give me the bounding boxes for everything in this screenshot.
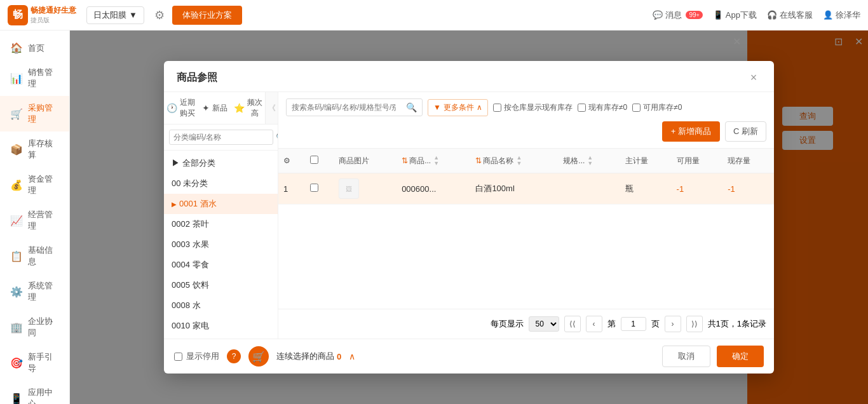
inventory-icon: 📦 bbox=[10, 144, 23, 156]
category-all[interactable]: ▶ 全部分类 bbox=[164, 153, 278, 173]
guide-icon: 🎯 bbox=[10, 357, 23, 369]
page-last-button[interactable]: ⟩⟩ bbox=[686, 316, 703, 332]
sidebar-item-sales[interactable]: 📊 销售管理 bbox=[0, 60, 69, 96]
category-item-water[interactable]: 0008 水 bbox=[164, 295, 278, 316]
toolbar-right: + 新增商品 C 刷新 bbox=[662, 121, 766, 142]
tab-high-frequency[interactable]: ⭐ 频次高 bbox=[231, 92, 265, 124]
finance-icon: 💰 bbox=[10, 179, 23, 191]
category-item-appliance[interactable]: 0010 家电 bbox=[164, 316, 278, 336]
select-all-checkbox[interactable] bbox=[310, 156, 318, 164]
category-search-input[interactable] bbox=[169, 130, 273, 145]
image-placeholder-icon: 🖼 bbox=[346, 185, 352, 192]
message-badge: 99+ bbox=[686, 11, 702, 19]
tab-recent-purchase[interactable]: 🕐 近期购买 bbox=[164, 92, 198, 124]
spec-sort-arrows[interactable]: ▲▼ bbox=[587, 155, 593, 166]
footer-left: 显示停用 bbox=[174, 351, 219, 362]
name-sort-arrows[interactable]: ▲▼ bbox=[516, 155, 522, 166]
product-search-input[interactable] bbox=[287, 100, 401, 115]
sidebar: 🏠 首页 📊 销售管理 🛒 采购管理 📦 库存核算 💰 资金管理 📈 经营管理 … bbox=[0, 30, 70, 404]
category-item-fruit[interactable]: 0003 水果 bbox=[164, 234, 278, 255]
more-filter-button[interactable]: ▼ 更多条件 ∧ bbox=[428, 99, 488, 116]
recent-icon: 🕐 bbox=[166, 103, 177, 113]
row-num: 1 bbox=[278, 173, 305, 205]
nav-user-avatar[interactable]: 👤 徐泽华 bbox=[823, 10, 860, 21]
sidebar-item-enterprise[interactable]: 🏢 企业协同 bbox=[0, 309, 69, 345]
sidebar-item-basic-info[interactable]: 📋 基础信息 bbox=[0, 238, 69, 274]
row-available: -1 bbox=[672, 173, 723, 205]
page-prev-button[interactable]: ‹ bbox=[586, 316, 602, 332]
home-icon: 🏠 bbox=[10, 42, 23, 54]
page-first-button[interactable]: ⟨⟨ bbox=[564, 316, 581, 332]
row-spec bbox=[558, 173, 620, 205]
checkbox-usable-stock[interactable]: 可用库存≠0 bbox=[632, 102, 682, 113]
help-icon-button[interactable]: ? bbox=[227, 349, 241, 363]
nav-online-service[interactable]: 🎧 在线客服 bbox=[767, 10, 813, 21]
code-sort-arrows[interactable]: ▲▼ bbox=[433, 155, 439, 166]
sidebar-item-guide[interactable]: 🎯 新手引导 bbox=[0, 345, 69, 380]
table-row[interactable]: 1 🖼 bbox=[278, 173, 774, 205]
product-image: 🖼 bbox=[339, 178, 359, 199]
product-table: ⚙ 商品图片 bbox=[278, 149, 774, 309]
logo-text: 畅捷通好生意 捷员版 bbox=[31, 5, 76, 25]
product-search-button[interactable]: 🔍 bbox=[401, 99, 422, 116]
modal-close-button[interactable]: × bbox=[746, 70, 761, 85]
gear-icon[interactable]: ⚙ bbox=[154, 8, 165, 22]
page-size-select[interactable]: 50 bbox=[529, 316, 559, 332]
sidebar-item-inventory[interactable]: 📦 库存核算 bbox=[0, 131, 69, 167]
category-item-beverage[interactable]: 0005 饮料 bbox=[164, 275, 278, 295]
cancel-button[interactable]: 取消 bbox=[662, 346, 710, 367]
nav-right: 💬 消息 99+ 📱 App下载 🎧 在线客服 👤 徐泽华 bbox=[653, 10, 860, 21]
page-label: 第 bbox=[607, 318, 616, 330]
product-reference-modal: 商品参照 × 🕐 近期购买 ✦ bbox=[164, 61, 774, 374]
page-next-button[interactable]: › bbox=[665, 316, 681, 332]
category-item-tea[interactable]: 0002 茶叶 bbox=[164, 214, 278, 234]
cart-icon-button[interactable]: 🛒 bbox=[248, 346, 269, 367]
logo-area: 畅 畅捷通好生意 捷员版 bbox=[8, 5, 76, 25]
category-list: ▶ 全部分类 00 未分类 ▶ 0001 酒水 0002 茶叶 bbox=[164, 151, 278, 339]
sidebar-item-app-center[interactable]: 📱 应用中心 bbox=[0, 380, 69, 404]
name-sort-icon: ⇅ bbox=[475, 156, 482, 165]
operations-icon: 📈 bbox=[10, 215, 23, 227]
checkbox-warehouse-stock[interactable]: 按仓库显示现有库存 bbox=[493, 102, 573, 113]
refresh-button[interactable]: C 刷新 bbox=[725, 121, 766, 142]
user-icon: 👤 bbox=[823, 10, 833, 20]
add-product-button[interactable]: + 新增商品 bbox=[662, 121, 720, 142]
sidebar-item-operations[interactable]: 📈 经营管理 bbox=[0, 203, 69, 238]
row-select-checkbox[interactable] bbox=[310, 184, 318, 192]
nav-app-download[interactable]: 📱 App下载 bbox=[713, 10, 757, 21]
checkbox-available-stock[interactable]: 现有库存≠0 bbox=[578, 102, 627, 113]
footer-right: 取消 确定 bbox=[662, 346, 764, 367]
settings-icon[interactable]: ⚙ bbox=[283, 156, 290, 165]
th-checkbox bbox=[305, 149, 334, 173]
th-image: 商品图片 bbox=[334, 149, 397, 173]
sidebar-item-finance[interactable]: 💰 资金管理 bbox=[0, 167, 69, 203]
usable-stock-checkbox[interactable] bbox=[632, 104, 641, 112]
new-icon: ✦ bbox=[202, 103, 210, 113]
sidebar-item-system[interactable]: ⚙️ 系统管理 bbox=[0, 274, 69, 309]
experience-button[interactable]: 体验行业方案 bbox=[172, 6, 242, 25]
category-nav-tabs: 🕐 近期购买 ✦ 新品 ⭐ 频次高 《 bbox=[164, 92, 278, 125]
product-search-box: 🔍 bbox=[286, 98, 423, 116]
page-number-input[interactable]: 1 bbox=[621, 317, 646, 331]
products-table: ⚙ 商品图片 bbox=[278, 149, 774, 205]
category-item-uncategorized[interactable]: 00 未分类 bbox=[164, 173, 278, 194]
modal-footer: 显示停用 ? 🛒 连续选择的商品 0 ∧ 取消 确定 bbox=[164, 339, 774, 374]
category-collapse-button[interactable]: 《 bbox=[265, 92, 278, 124]
basic-info-icon: 📋 bbox=[10, 250, 23, 262]
nav-messages[interactable]: 💬 消息 99+ bbox=[653, 10, 702, 21]
category-item-liquor[interactable]: ▶ 0001 酒水 bbox=[164, 194, 278, 214]
sidebar-item-purchase[interactable]: 🛒 采购管理 bbox=[0, 96, 69, 131]
display-disabled-checkbox[interactable] bbox=[174, 353, 182, 361]
warehouse-stock-checkbox[interactable] bbox=[493, 104, 501, 112]
footer-collapse-button[interactable]: ∧ bbox=[349, 351, 355, 361]
category-item-snack[interactable]: 0004 零食 bbox=[164, 255, 278, 275]
sidebar-item-home[interactable]: 🏠 首页 bbox=[0, 36, 69, 60]
sales-icon: 📊 bbox=[10, 72, 23, 84]
display-disabled-label[interactable]: 显示停用 bbox=[174, 351, 219, 362]
confirm-button[interactable]: 确定 bbox=[717, 346, 764, 367]
nav-center: ⚙ 体验行业方案 bbox=[144, 6, 653, 25]
available-stock-checkbox[interactable] bbox=[578, 104, 586, 112]
store-selector[interactable]: 日太阳膜 ▼ bbox=[86, 6, 144, 24]
tab-new-products[interactable]: ✦ 新品 bbox=[198, 92, 231, 124]
row-image: 🖼 bbox=[334, 173, 397, 205]
